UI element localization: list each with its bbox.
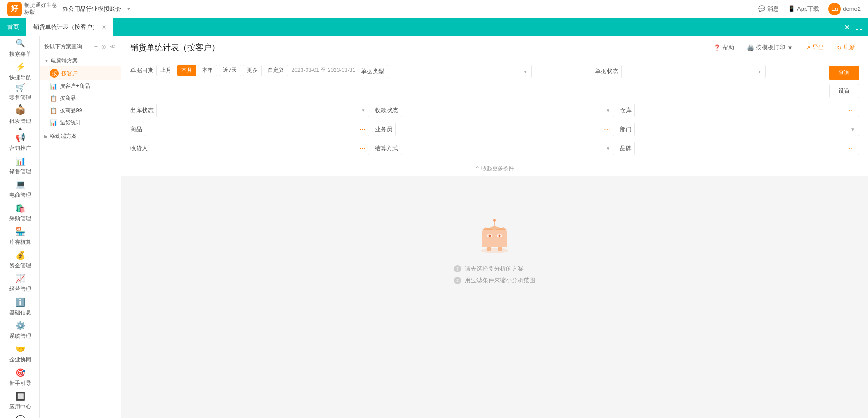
scheme-item-return-stats[interactable]: 📊 退货统计	[40, 117, 121, 129]
scheme-group-desktop-title[interactable]: ▼ 电脑端方案	[40, 55, 121, 66]
sidebar-item-operation[interactable]: 📈 经营管理	[0, 271, 39, 295]
enterprise-collab-icon: 🤝	[15, 344, 25, 354]
sidebar-item-enterprise-collab[interactable]: 🤝 企业协同	[0, 342, 39, 366]
sidebar-item-new-guide[interactable]: 🎯 新手引导	[0, 366, 39, 389]
svg-point-0	[481, 248, 508, 253]
department-label: 部门	[620, 125, 632, 133]
tab-sales-stats[interactable]: 销货单统计表（按客户） ✕	[26, 18, 113, 36]
panel-settings-button[interactable]: ◎	[100, 43, 107, 51]
scheme-group-mobile: ▶ 移动端方案	[40, 131, 121, 142]
tab-close-button[interactable]: ✕	[102, 24, 106, 30]
logo-text: 畅捷通好生意标版	[24, 2, 57, 16]
sidebar-item-system[interactable]: ⚙️ 系统管理	[0, 318, 39, 342]
tab-close-window-icon[interactable]: ✕	[844, 23, 850, 32]
product-select[interactable]: ···	[145, 123, 369, 136]
tab-expand-icon[interactable]: ⛶	[855, 23, 863, 32]
settings-button[interactable]: 设置	[829, 84, 859, 98]
date-btn-more[interactable]: 更多	[243, 65, 262, 76]
app-center-icon: 🔲	[15, 391, 25, 401]
empty-state: ① 请先选择要分析的方案 ② 用过滤条件来缩小分析范围	[121, 176, 868, 324]
app-download-button[interactable]: 📱 App下载	[788, 5, 819, 13]
print-icon: 🖨️	[747, 44, 754, 51]
date-btn-last-month[interactable]: 上月	[156, 65, 175, 76]
doc-status-select[interactable]: ▼	[621, 65, 766, 78]
scheme-item-by-product[interactable]: 📋 按商品	[40, 92, 121, 104]
scheme-item-by-customer-product[interactable]: 📊 按客户+商品	[40, 80, 121, 92]
salesperson-label: 业务员	[375, 125, 392, 133]
scheme-item-by-product-99[interactable]: 📋 按商品99	[40, 104, 121, 117]
date-btn-custom[interactable]: 自定义	[264, 65, 288, 76]
out-status-label: 出库状态	[130, 106, 154, 114]
consignee-select[interactable]: ···	[151, 142, 369, 155]
sidebar-item-quick-nav[interactable]: ⚡ 快捷导航	[0, 60, 39, 83]
date-btn-7days[interactable]: 近7天	[219, 65, 241, 76]
sidebar-item-inventory[interactable]: 🏪 库存核算	[0, 224, 39, 248]
scheme-item-by-customer[interactable]: 按 按客户	[40, 66, 121, 80]
refresh-button[interactable]: ↻ 刷新	[833, 42, 859, 53]
sidebar-item-sales-mgmt[interactable]: 📊 销售管理	[0, 154, 39, 177]
export-label: 导出	[812, 43, 824, 52]
panel-add-button[interactable]: +	[94, 43, 99, 51]
sidebar-item-basic-info[interactable]: ℹ️ 基础信息	[0, 295, 39, 318]
search-menu-icon: 🔍	[15, 38, 25, 48]
mobile-group-arrow: ▶	[44, 134, 48, 139]
print-label: 按模板打印	[756, 43, 785, 52]
svg-rect-8	[487, 247, 491, 251]
enterprise-collab-label: 企业协同	[9, 356, 31, 364]
date-label: 单据日期	[130, 66, 154, 75]
ecommerce-icon: 💻	[15, 180, 25, 190]
sidebar: 🔍 搜索菜单 ⚡ 快捷导航 🛒 零售管理 ▲ 📦 批发管理 ▲ 📢 营销推广	[0, 36, 40, 418]
collapse-bar[interactable]: ⌃ 收起更多条件	[130, 161, 859, 176]
message-label: 消息	[767, 5, 779, 13]
sidebar-item-search-menu[interactable]: 🔍 搜索菜单	[0, 36, 39, 60]
scheme-group-mobile-title[interactable]: ▶ 移动端方案	[40, 131, 121, 142]
download-icon: 📱	[788, 5, 795, 12]
svg-rect-9	[498, 247, 502, 251]
return-stats-label: 退货统计	[60, 119, 81, 127]
payment-select[interactable]: ▼	[401, 142, 614, 155]
date-btn-this-year[interactable]: 本年	[198, 65, 217, 76]
help-button[interactable]: ❓ 帮助	[710, 42, 738, 53]
message-button[interactable]: 💬 消息	[758, 5, 779, 13]
sidebar-item-app-center[interactable]: 🔲 应用中心	[0, 389, 39, 413]
date-btn-this-month[interactable]: 本月	[177, 65, 196, 76]
out-status-select[interactable]: ▼	[156, 104, 369, 117]
brand-select[interactable]: ···	[634, 142, 859, 155]
export-icon: ↗	[806, 44, 811, 51]
sidebar-item-retail-mgmt[interactable]: 🛒 零售管理 ▲	[0, 83, 39, 107]
filter-row-4: 收货人 ··· 结算方式 ▼	[130, 142, 859, 155]
sidebar-item-finance[interactable]: 💰 资金管理	[0, 248, 39, 271]
panel-collapse-button[interactable]: ≪	[108, 43, 116, 51]
basic-info-icon: ℹ️	[15, 297, 25, 307]
salesperson-select[interactable]: ···	[395, 123, 614, 136]
retail-mgmt-label: 零售管理	[9, 94, 31, 102]
product-filter: 商品 ···	[130, 123, 369, 136]
warehouse-filter: 仓库 ···	[620, 104, 859, 117]
scheme-group-desktop: ▼ 电脑端方案 按 按客户 📊 按客户+商品 📋 按商品	[40, 55, 121, 129]
empty-tip-1: ① 请先选择要分析的方案	[454, 265, 535, 273]
user-profile[interactable]: Ea demo2	[828, 3, 861, 15]
query-button[interactable]: 查询	[829, 66, 859, 80]
sidebar-item-marketing[interactable]: 📢 营销推广	[0, 130, 39, 154]
by-product-99-label: 按商品99	[60, 107, 82, 114]
doc-type-label: 单据类型	[361, 67, 384, 76]
warehouse-select[interactable]: ···	[634, 104, 859, 117]
filter-row-2: 出库状态 ▼ 收款状态 ▼	[130, 104, 859, 117]
receipt-status-select[interactable]: ▼	[401, 104, 614, 117]
sidebar-item-ecommerce[interactable]: 💻 电商管理	[0, 177, 39, 201]
export-button[interactable]: ↗ 导出	[802, 42, 828, 53]
print-button[interactable]: 🖨️ 按模板打印 ▼	[743, 42, 797, 53]
filter-area: 单据日期 上月 本月 本年 近7天 更多 自定义 2023-03-01 至 20…	[121, 59, 868, 176]
sidebar-item-purchase[interactable]: 🛍️ 采购管理	[0, 201, 39, 224]
sidebar-item-wholesale-mgmt[interactable]: 📦 批发管理 ▲	[0, 107, 39, 130]
tip-text-1: 请先选择要分析的方案	[465, 265, 524, 273]
tab-home[interactable]: 首页	[0, 18, 26, 36]
app-title-dropdown[interactable]: ▼	[127, 6, 131, 11]
wholesale-mgmt-icon: 📦	[15, 106, 25, 116]
print-arrow: ▼	[787, 44, 793, 51]
sidebar-item-enterprise-wechat[interactable]: 💬 企业微信	[0, 413, 39, 418]
department-select[interactable]: ▼	[634, 123, 859, 136]
desktop-group-label: 电脑端方案	[51, 57, 78, 65]
doc-type-select[interactable]: ▼	[387, 65, 532, 78]
product-label: 商品	[130, 125, 142, 133]
